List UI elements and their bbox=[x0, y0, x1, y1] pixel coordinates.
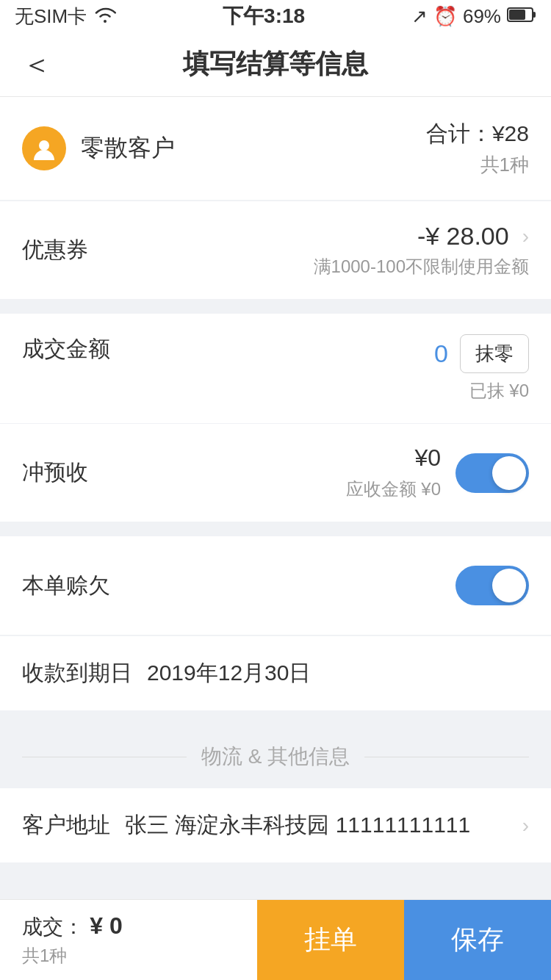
transaction-label: 成交金额 bbox=[22, 334, 110, 364]
round-button[interactable]: 抹零 bbox=[460, 334, 529, 373]
address-chevron-icon: › bbox=[522, 814, 529, 837]
back-button[interactable]: ＜ bbox=[22, 44, 51, 84]
due-date-label: 收款到期日 bbox=[22, 658, 132, 688]
debit-toggle-knob bbox=[492, 569, 526, 602]
status-right: ↗ ⏰ 69% bbox=[411, 5, 536, 28]
address-row[interactable]: 客户地址 张三 海淀永丰科技园 11111111111 › bbox=[0, 788, 551, 862]
wifi-icon bbox=[94, 5, 116, 28]
customer-left: 零散客户 bbox=[22, 126, 175, 170]
bottom-deal-row: 成交： ¥ 0 bbox=[22, 912, 235, 941]
total-amount: 合计：¥28 bbox=[426, 119, 529, 149]
coupon-row[interactable]: 优惠券 -¥ 28.00 › 满1000-100不限制使用金额 bbox=[0, 201, 551, 299]
customer-right: 合计：¥28 共1种 bbox=[426, 119, 529, 178]
divider-3 bbox=[0, 862, 551, 864]
logistics-header: 物流 & 其他信息 bbox=[0, 725, 551, 788]
transaction-value[interactable]: 0 bbox=[434, 339, 448, 368]
customer-avatar bbox=[22, 126, 66, 170]
debit-label: 本单赊欠 bbox=[22, 571, 110, 601]
prepayment-sub: 应收金额 ¥0 bbox=[346, 478, 441, 501]
status-time: 下午3:18 bbox=[223, 2, 305, 30]
transaction-right: 0 抹零 已抹 ¥0 bbox=[434, 334, 529, 403]
address-value: 张三 海淀永丰科技园 11111111111 bbox=[125, 810, 515, 840]
customer-name: 零散客户 bbox=[81, 132, 175, 165]
amount-input-row: 0 抹零 bbox=[434, 334, 529, 373]
bottom-count: 共1种 bbox=[22, 944, 235, 968]
svg-point-3 bbox=[39, 140, 49, 151]
bottom-deal-amount: ¥ 0 bbox=[90, 912, 122, 939]
svg-rect-1 bbox=[533, 12, 536, 18]
due-date-row: 收款到期日 2019年12月30日 bbox=[0, 636, 551, 710]
content: 零散客户 合计：¥28 共1种 优惠券 -¥ 28.00 › 满1000-100… bbox=[0, 97, 551, 952]
due-date-value[interactable]: 2019年12月30日 bbox=[147, 658, 311, 688]
bottom-deal-label: 成交： bbox=[22, 915, 84, 938]
coupon-value: -¥ 28.00 bbox=[417, 222, 509, 251]
prepayment-label: 冲预收 bbox=[22, 458, 88, 488]
total-count: 共1种 bbox=[426, 152, 529, 178]
address-label: 客户地址 bbox=[22, 810, 110, 840]
save-button[interactable]: 保存 bbox=[404, 900, 551, 981]
logistics-line-left bbox=[22, 757, 187, 757]
page-title: 填写结算等信息 bbox=[183, 46, 368, 82]
prepayment-toggle[interactable] bbox=[455, 453, 529, 493]
battery-percent: 69% bbox=[463, 5, 501, 28]
battery-icon bbox=[507, 5, 536, 28]
transaction-sub: 已抹 ¥0 bbox=[469, 379, 529, 403]
location-icon: ↗ bbox=[411, 5, 428, 28]
bottom-bar: 成交： ¥ 0 共1种 挂单 保存 bbox=[0, 899, 551, 980]
svg-rect-2 bbox=[509, 10, 525, 20]
prepayment-amount: ¥0 bbox=[414, 444, 441, 472]
coupon-label: 优惠券 bbox=[22, 235, 88, 265]
toggle-knob bbox=[492, 456, 526, 490]
coupon-sub: 满1000-100不限制使用金额 bbox=[314, 255, 529, 278]
prepayment-row: 冲预收 ¥0 应收金额 ¥0 bbox=[0, 423, 551, 522]
section-divider-3 bbox=[0, 710, 551, 725]
section-divider-2 bbox=[0, 522, 551, 536]
status-bar: 无SIM卡 下午3:18 ↗ ⏰ 69% bbox=[0, 0, 551, 32]
status-left: 无SIM卡 bbox=[15, 4, 116, 29]
debit-row: 本单赊欠 bbox=[0, 536, 551, 635]
nav-bar: ＜ 填写结算等信息 bbox=[0, 32, 551, 97]
logistics-title: 物流 & 其他信息 bbox=[187, 743, 364, 771]
bottom-info: 成交： ¥ 0 共1种 bbox=[0, 912, 257, 968]
transaction-row: 成交金额 0 抹零 已抹 ¥0 bbox=[0, 314, 551, 423]
alarm-icon: ⏰ bbox=[433, 5, 457, 28]
debit-toggle[interactable] bbox=[455, 566, 529, 605]
prepayment-right: ¥0 应收金额 ¥0 bbox=[346, 444, 441, 501]
section-divider-1 bbox=[0, 299, 551, 314]
hang-single-button[interactable]: 挂单 bbox=[257, 900, 404, 981]
logistics-line-right bbox=[364, 757, 529, 757]
coupon-chevron-icon: › bbox=[522, 225, 529, 248]
customer-section: 零散客户 合计：¥28 共1种 bbox=[0, 97, 551, 200]
coupon-right: -¥ 28.00 › 满1000-100不限制使用金额 bbox=[314, 222, 529, 278]
sim-signal: 无SIM卡 bbox=[15, 4, 87, 29]
